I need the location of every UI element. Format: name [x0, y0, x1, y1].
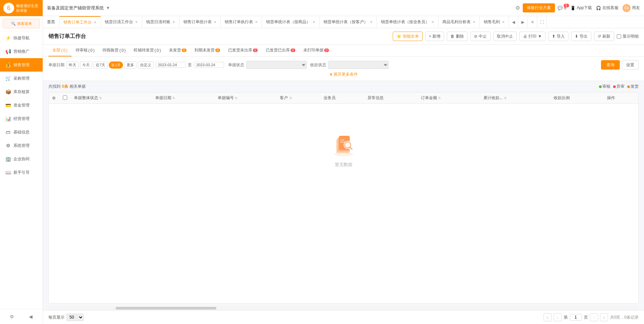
query-btn[interactable]: 查询 [601, 60, 620, 70]
tab-sale-customer[interactable]: 销货单统计表（按客户） ✕ [319, 16, 377, 28]
tab-close-cash-daily[interactable]: ✕ [135, 20, 138, 24]
tab-cash-daily[interactable]: 钱货日清工作台 ✕ [101, 16, 142, 28]
expand-btn[interactable]: ▼ 展开更多条件 [329, 72, 358, 77]
sidebar-item-marketing[interactable]: 📢 营销推广 [0, 45, 43, 58]
setting-btn[interactable]: 设置 [622, 60, 639, 70]
table-header-row: ⚙ 单据整体状态 ⇅ 单据日期 ⇅ 单据编号 [49, 92, 638, 104]
show-detail-checkbox[interactable]: 显示明细 [617, 34, 639, 39]
app-download-btn[interactable]: 📱 App下载 [570, 5, 592, 11]
sidebar-item-newbie[interactable]: 📖 新手引导 [0, 166, 43, 179]
date-to-input[interactable] [194, 62, 224, 68]
sidebar-item-quick-nav[interactable]: ⚡ 快捷导航 [0, 31, 43, 45]
sort-icon-date[interactable]: ⇅ [172, 96, 175, 100]
tab-close-sales-workbench[interactable]: ✕ [94, 21, 96, 24]
sidebar-item-system[interactable]: ⚙ 系统管理 [0, 139, 43, 152]
scroll-thumb[interactable] [116, 307, 216, 310]
date-from-input[interactable] [156, 62, 186, 68]
sort-icon-amount[interactable]: ⇅ [438, 96, 441, 100]
collapse-btn[interactable]: ◀ [26, 312, 35, 321]
page-first-btn[interactable]: « [544, 313, 552, 321]
filter-tab-all[interactable]: 全部(0) [48, 45, 72, 56]
page-prev-btn[interactable]: ‹ [554, 313, 562, 321]
message-btn[interactable]: 💬 6 6 [558, 6, 566, 10]
tab-close-cash-reconcile[interactable]: ✕ [172, 20, 175, 24]
tab-close-all-btn[interactable]: ✕ [528, 16, 537, 28]
ship-action-btn[interactable]: 发货 [627, 84, 639, 89]
tab-prev-btn[interactable]: ◀ [509, 16, 518, 28]
refresh-btn[interactable]: ↺ 刷新 [594, 32, 614, 41]
sidebar-item-inventory[interactable]: 📦 库存核算 [0, 85, 43, 98]
add-btn[interactable]: + 新增 [425, 32, 444, 41]
filter-tab-no-print[interactable]: 未打印单据0 [299, 45, 333, 56]
page-size-select[interactable]: 50 20 100 [67, 314, 84, 321]
tab-gross-profit[interactable]: 商品毛利分析表 ✕ [438, 16, 480, 28]
online-service-btn[interactable]: 🎧 在线客服 [596, 5, 618, 11]
tab-fullscreen-btn[interactable]: ⛶ [537, 16, 547, 28]
date-btn-today[interactable]: 今天 [80, 62, 92, 69]
tab-close-sale-staff[interactable]: ✕ [431, 20, 434, 24]
system-dropdown-icon[interactable]: ▼ [106, 5, 110, 10]
tab-close-sale-product[interactable]: ✕ [312, 20, 315, 24]
cancel-stop-btn[interactable]: 取消中止 [493, 32, 517, 41]
tab-home[interactable]: 首页 [43, 16, 59, 28]
filter-tab-no-ship[interactable]: 未发货0 [165, 45, 190, 56]
date-btn-yesterday[interactable]: 昨天 [67, 62, 79, 69]
filter-tab-overdue-no-ship[interactable]: 到期未发货0 [190, 45, 224, 56]
sort-icon-customer[interactable]: ⇅ [289, 96, 292, 100]
tab-sales-ea[interactable]: 销售毛利 ✕ [480, 16, 509, 28]
sort-icon-number[interactable]: ⇅ [235, 96, 238, 100]
tab-close-gross-profit[interactable]: ✕ [473, 20, 475, 24]
sidebar-item-sales[interactable]: 💰 销售管理 [0, 58, 43, 72]
tab-close-sales-stat[interactable]: ✕ [214, 20, 216, 24]
sidebar-item-purchase[interactable]: 🛒 采购管理 [0, 72, 43, 85]
sidebar-item-finance[interactable]: 💳 资金管理 [0, 98, 43, 112]
date-btn-custom[interactable]: 自定义 [138, 62, 154, 69]
user-area[interactable]: Ea 用友 [622, 4, 640, 12]
sidebar-item-operation[interactable]: 📊 经营管理 [0, 112, 43, 125]
sort-icon-status[interactable]: ⇅ [99, 96, 102, 100]
industry-btn[interactable]: 体验行业方案 [523, 3, 555, 12]
delete-btn[interactable]: 🗑 删除 [447, 32, 468, 41]
review-action-btn[interactable]: 审核 [599, 84, 610, 89]
tab-cash-reconcile[interactable]: 钱货日清对账 ✕ [142, 16, 179, 28]
tab-sale-staff[interactable]: 销货单统计表（按业务员） ✕ [377, 16, 438, 28]
stop-btn[interactable]: ⊘ 中止 [470, 32, 490, 41]
filter-tab-shipped-out[interactable]: 已发货已出库0 [262, 45, 299, 56]
settings-bottom-btn[interactable]: ⚙ [7, 312, 17, 321]
settings-icon[interactable]: ⚙ [515, 5, 520, 11]
search-menu-button[interactable]: 🔍 搜索菜单 [3, 19, 40, 28]
status-select[interactable] [246, 61, 307, 69]
tab-close-sales-ea[interactable]: ✕ [502, 20, 505, 24]
date-btn-7days[interactable]: 近7天 [93, 62, 108, 69]
tab-close-sale-customer[interactable]: ✕ [370, 20, 373, 24]
payment-select[interactable] [328, 61, 389, 69]
export-btn[interactable]: ⬇ 导出 [571, 32, 591, 41]
sort-icon-received[interactable]: ⇅ [504, 96, 507, 100]
tab-sales-workbench[interactable]: 销售订单工作台 ✕ [59, 16, 101, 28]
th-settings[interactable]: ⚙ [49, 92, 59, 104]
sidebar-item-enterprise[interactable]: 🏢 企业协同 [0, 152, 43, 166]
th-checkbox[interactable] [59, 92, 71, 104]
select-all-checkbox[interactable] [63, 95, 67, 100]
page-last-btn[interactable]: » [600, 313, 608, 321]
tab-sales-exec[interactable]: 销售订单执行表 ✕ [221, 16, 262, 28]
sidebar-item-base[interactable]: 🗃 基础信息 [0, 125, 43, 139]
date-btn-more[interactable]: 更多 [124, 62, 136, 69]
tab-sale-product[interactable]: 销货单统计表（按商品） ✕ [262, 16, 319, 28]
tab-sales-stat[interactable]: 销售订单统计表 ✕ [179, 16, 221, 28]
filter-tab-pending-check[interactable]: 待拣验货(0) [98, 45, 130, 56]
print-btn[interactable]: 🖨 打印 ▼ [519, 32, 546, 41]
cancel-review-action-btn[interactable]: 弃审 [613, 84, 625, 89]
tab-close-sales-exec[interactable]: ✕ [255, 20, 258, 24]
horizontal-scrollbar[interactable] [48, 306, 639, 310]
filter-tab-shipped-not-out[interactable]: 已发货未出库0 [224, 45, 262, 56]
filter-tab-pending-review[interactable]: 待审核(0) [72, 45, 99, 56]
import-icon: ⬆ [552, 34, 555, 39]
page-next-btn[interactable]: › [590, 313, 598, 321]
page-input[interactable] [570, 314, 582, 321]
smart-generate-btn[interactable]: ⭐ 智能生单 [393, 32, 423, 41]
date-btn-1month[interactable]: 近1月 [109, 62, 123, 69]
filter-tab-wangpu[interactable]: 旺铺待发货(0) [130, 45, 165, 56]
import-btn[interactable]: ⬆ 导入 [548, 32, 568, 41]
tab-next-btn[interactable]: ▶ [518, 16, 528, 28]
